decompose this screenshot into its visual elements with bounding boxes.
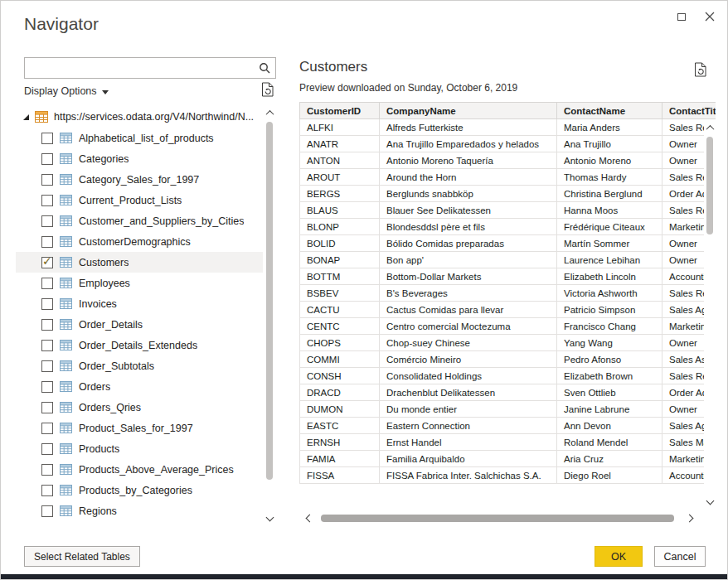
table-cell: Blauer See Delikatessen xyxy=(380,202,557,219)
tree-item-checkbox[interactable]: ✓ xyxy=(41,236,53,248)
tree-item[interactable]: ✓ Employees xyxy=(16,273,263,293)
table-icon xyxy=(60,443,72,454)
table-icon xyxy=(60,174,72,185)
preview-vertical-scrollbar[interactable] xyxy=(704,122,716,506)
tree-item[interactable]: ✓ Orders xyxy=(16,376,263,397)
preview-vertical-scrollbar-thumb[interactable] xyxy=(706,137,713,234)
table-row: COMMIComércio MineiroPedro AfonsoSales A… xyxy=(300,351,716,368)
maximize-icon[interactable] xyxy=(674,9,689,24)
tree-item-checkbox[interactable]: ✓ xyxy=(41,298,53,310)
preview-subtitle: Preview downloaded on Sunday, October 6,… xyxy=(299,82,517,94)
tree-item[interactable]: ✓ Products_by_Categories xyxy=(16,480,263,500)
table-row: FAMIAFamilia ArquibaldoAria CruzMarketin… xyxy=(300,451,716,467)
tree-item-checkbox[interactable]: ✓ xyxy=(41,443,53,455)
display-options-row: Display Options xyxy=(24,84,276,99)
table-cell: CONSH xyxy=(300,368,380,384)
tree-item-checkbox[interactable]: ✓ xyxy=(41,464,53,476)
table-cell: Diego Roel xyxy=(557,467,662,484)
tree-item-checkbox[interactable]: ✓ xyxy=(41,423,53,434)
tree-item-checkbox[interactable]: ✓ xyxy=(41,381,53,393)
table-cell: B's Beverages xyxy=(380,285,557,302)
tree-item[interactable]: ✓ Orders_Qries xyxy=(16,397,263,418)
table-cell: Sven Ottlieb xyxy=(557,384,662,401)
select-related-tables-button[interactable]: Select Related Tables xyxy=(24,546,140,567)
tree-item[interactable]: ✓ Invoices xyxy=(16,293,263,314)
table-cell: FISSA Fabrica Inter. Salchichas S.A. xyxy=(380,467,557,484)
close-glyph xyxy=(705,12,715,22)
table-icon xyxy=(60,423,72,433)
tree-root[interactable]: https://services.odata.org/V4/Northwind/… xyxy=(16,106,263,128)
table-icon xyxy=(60,381,72,392)
tree-item-checkbox[interactable]: ✓ xyxy=(41,215,53,227)
tree-item[interactable]: ✓ Regions xyxy=(16,500,263,521)
refresh-icon[interactable] xyxy=(261,82,274,100)
tree-item[interactable]: ✓ Category_Sales_for_1997 xyxy=(16,169,263,190)
tree-item[interactable]: ✓ Customers xyxy=(16,252,263,273)
tree-item-checkbox[interactable]: ✓ xyxy=(41,195,53,206)
table-cell: Consolidated Holdings xyxy=(380,368,557,384)
tree-item[interactable]: ✓ Current_Product_Lists xyxy=(16,190,263,210)
tree-item[interactable]: ✓ Customer_and_Suppliers_by_Cities xyxy=(16,210,263,231)
tree-item-checkbox[interactable]: ✓ xyxy=(41,505,53,517)
tree-item[interactable]: ✓ Alphabetical_list_of_products xyxy=(16,128,263,148)
tree-item[interactable]: ✓ Order_Details xyxy=(16,314,263,335)
tree-item-checkbox[interactable]: ✓ xyxy=(41,485,53,496)
scroll-down-icon[interactable] xyxy=(264,511,276,523)
table-cell: FISSA xyxy=(300,467,380,484)
scroll-right-icon[interactable] xyxy=(682,511,696,524)
table-icon xyxy=(60,505,72,516)
tree-item[interactable]: ✓ Product_Sales_for_1997 xyxy=(16,418,263,438)
table-icon xyxy=(60,257,72,268)
collapse-icon[interactable] xyxy=(23,114,29,120)
search-input[interactable] xyxy=(25,58,254,78)
tree-item[interactable]: ✓ Categories xyxy=(16,148,263,169)
preview-horizontal-scrollbar[interactable] xyxy=(303,511,696,524)
table-row: BOLIDBólido Comidas preparadasMartín Som… xyxy=(300,235,716,252)
table-cell: Antonio Moreno xyxy=(557,152,662,169)
table-cell: Roland Mendel xyxy=(557,434,662,451)
tree-scrollbar-thumb[interactable] xyxy=(266,122,273,480)
table-icon xyxy=(60,298,72,309)
table-cell: Blondesddsl père et fils xyxy=(380,219,557,235)
navigator-dialog: Navigator Display Options https://servic… xyxy=(0,0,728,580)
table-row: CENTCCentro comercial MoctezumaFrancisco… xyxy=(300,318,716,335)
tree-item-checkbox[interactable]: ✓ xyxy=(41,133,53,144)
tree-item-checkbox[interactable]: ✓ xyxy=(41,360,53,372)
tree-item-checkbox[interactable]: ✓ xyxy=(41,319,53,331)
table-cell: Hanna Moos xyxy=(557,202,662,219)
scroll-up-icon[interactable] xyxy=(264,107,276,118)
tree-item-label: Invoices xyxy=(79,298,117,310)
table-row: AROUTAround the HornThomas HardySales Re… xyxy=(300,169,716,186)
tree-item-checkbox[interactable]: ✓ xyxy=(41,174,53,186)
tree-item-checkbox[interactable]: ✓ xyxy=(41,257,53,268)
tree-item[interactable]: ✓ CustomerDemographics xyxy=(16,231,263,252)
tree-item[interactable]: ✓ Order_Subtotals xyxy=(16,355,263,376)
tree-item-checkbox[interactable]: ✓ xyxy=(41,340,53,351)
table-cell: BSBEV xyxy=(300,285,380,302)
search-icon[interactable] xyxy=(254,58,275,78)
refresh-preview-icon[interactable] xyxy=(694,62,707,80)
display-options-dropdown[interactable]: Display Options xyxy=(24,85,109,97)
tree-scrollbar[interactable] xyxy=(264,107,276,523)
preview-scroll-up-icon[interactable] xyxy=(704,122,716,133)
table-row: DRACDDrachenblut DelikatessenSven Ottlie… xyxy=(300,384,716,401)
close-icon[interactable] xyxy=(702,9,717,24)
tree-item[interactable]: ✓ Products xyxy=(16,438,263,459)
tree-item[interactable]: ✓ Order_Details_Extendeds xyxy=(16,335,263,355)
tree-item-checkbox[interactable]: ✓ xyxy=(41,153,53,165)
table-icon xyxy=(60,195,72,205)
scroll-left-icon[interactable] xyxy=(303,511,316,524)
dialog-title: Navigator xyxy=(24,14,99,34)
tree-root-label: https://services.odata.org/V4/Northwind/… xyxy=(54,111,254,123)
table-row: ANATRAna Trujillo Emparedados y heladosA… xyxy=(300,136,716,152)
chevron-down-icon xyxy=(102,90,109,94)
preview-scroll-down-icon[interactable] xyxy=(704,495,716,506)
tree-item-checkbox[interactable]: ✓ xyxy=(41,278,53,289)
tree-item[interactable]: ✓ Products_Above_Average_Prices xyxy=(16,459,263,480)
table-cell: Bon app' xyxy=(380,252,557,268)
tree-item-label: Products_by_Categories xyxy=(79,485,192,496)
preview-horizontal-scrollbar-thumb[interactable] xyxy=(321,515,674,522)
cancel-button[interactable]: Cancel xyxy=(654,546,706,567)
ok-button[interactable]: OK xyxy=(595,546,643,567)
tree-item-checkbox[interactable]: ✓ xyxy=(41,402,53,413)
